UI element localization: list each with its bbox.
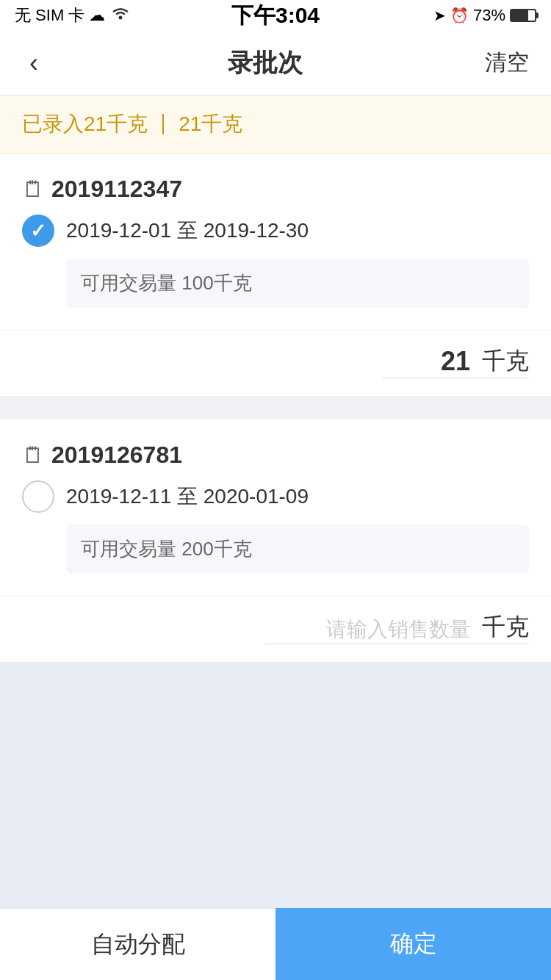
batch-2-underline — [264, 644, 529, 644]
batch-card-1: 🗒 2019112347 2019-12-01 至 2019-12-30 可用交… — [0, 154, 551, 396]
summary-bar: 已录入21千克 21千克 — [0, 96, 551, 154]
batch-2-input-row: 千克 — [0, 596, 551, 662]
batch-2-header: 🗒 2019126781 — [22, 442, 529, 469]
location-icon: ➤ — [433, 7, 446, 24]
doc-icon-2: 🗒 — [22, 443, 44, 468]
wifi-icon — [111, 6, 130, 25]
batch-separator — [0, 396, 551, 408]
back-button[interactable]: ‹ — [22, 40, 46, 86]
batch-1-available: 可用交易量 100千克 — [66, 259, 529, 308]
main-content: 🗒 2019112347 2019-12-01 至 2019-12-30 可用交… — [0, 154, 551, 966]
auto-distribute-button[interactable]: 自动分配 — [0, 908, 276, 980]
batch-1-input-row: 千克 — [0, 330, 551, 396]
svg-point-0 — [119, 16, 123, 20]
status-right: ➤ ⏰ 73% — [433, 6, 536, 25]
batch-1-date-row: 2019-12-01 至 2019-12-30 — [22, 215, 529, 247]
batch-2-id: 2019126781 — [51, 442, 182, 469]
batch-2-date-row: 2019-12-11 至 2020-01-09 — [22, 480, 529, 513]
nav-bar: ‹ 录批次 清空 — [0, 31, 551, 96]
batch-card-1-header-section: 🗒 2019112347 2019-12-01 至 2019-12-30 可用交… — [0, 154, 551, 330]
confirm-button[interactable]: 确定 — [276, 908, 551, 980]
sim-label: 无 SIM 卡 ☁ — [15, 4, 105, 26]
summary-value: 21千克 — [179, 110, 242, 138]
summary-divider — [162, 114, 164, 134]
batch-1-unit: 千克 — [482, 345, 529, 378]
batch-2-unit: 千克 — [482, 611, 529, 644]
batch-card-2-header-section: 🗒 2019126781 2019-12-11 至 2020-01-09 可用交… — [0, 419, 551, 596]
battery-percent: 73% — [473, 6, 505, 25]
batch-1-date: 2019-12-01 至 2019-12-30 — [66, 217, 309, 245]
batch-1-id: 2019112347 — [51, 176, 182, 203]
summary-recorded-label: 已录入21千克 — [22, 110, 148, 138]
doc-icon-1: 🗒 — [22, 177, 44, 202]
clear-button[interactable]: 清空 — [485, 48, 529, 78]
batch-1-radio[interactable] — [22, 215, 54, 247]
battery-icon — [510, 9, 536, 22]
batch-1-qty-input[interactable] — [382, 346, 470, 377]
batch-1-underline — [382, 378, 529, 378]
batch-1-header: 🗒 2019112347 — [22, 176, 529, 203]
alarm-icon: ⏰ — [450, 7, 469, 24]
batch-2-available: 可用交易量 200千克 — [66, 525, 529, 574]
status-time: 下午3:04 — [231, 1, 320, 31]
page-title: 录批次 — [228, 46, 303, 80]
batch-card-2: 🗒 2019126781 2019-12-11 至 2020-01-09 可用交… — [0, 419, 551, 662]
status-bar: 无 SIM 卡 ☁ 下午3:04 ➤ ⏰ 73% — [0, 0, 551, 31]
status-left: 无 SIM 卡 ☁ — [15, 4, 130, 26]
batch-2-radio[interactable] — [22, 480, 54, 513]
batch-2-date: 2019-12-11 至 2020-01-09 — [66, 483, 309, 511]
bottom-bar: 自动分配 确定 — [0, 908, 551, 980]
batch-2-qty-input[interactable] — [264, 612, 470, 643]
